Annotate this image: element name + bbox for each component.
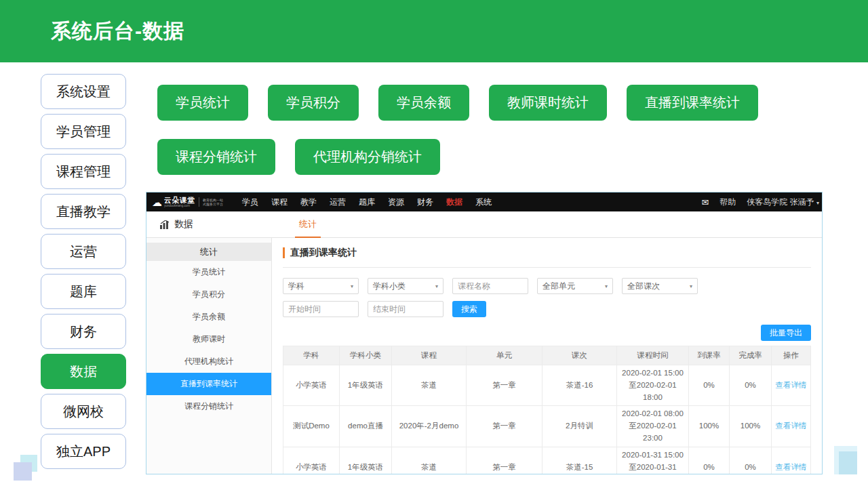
- student-points-button[interactable]: 学员积分: [268, 85, 359, 121]
- cloud-logo-icon: ☁: [152, 197, 162, 207]
- column-header: 到课率: [689, 346, 730, 365]
- subject-sub-select[interactable]: 学科小类 ▾: [368, 278, 443, 294]
- batch-export-button[interactable]: 批量导出: [761, 325, 811, 341]
- filter-row-2: 搜索: [283, 301, 811, 317]
- logo-tagline: 教育机构一站 式服务云平台: [203, 198, 223, 207]
- chevron-down-icon: ▾: [816, 200, 819, 206]
- tab-statistics[interactable]: 统计: [295, 211, 321, 238]
- end-time-field[interactable]: [368, 301, 443, 317]
- page-title: 系统后台-数据: [0, 0, 868, 62]
- end-time-input[interactable]: [373, 304, 438, 314]
- search-button[interactable]: 搜索: [452, 301, 486, 317]
- table-cell: 测试Demo: [283, 406, 340, 447]
- column-header: 操作: [772, 346, 811, 365]
- table-row: 小学英语1年级英语茶道第一章茶道-152020-01-31 15:00至2020…: [283, 447, 811, 474]
- admin-topnav: ☁ 云朵课堂 yunduoketang.com 教育机构一站 式服务云平台 学员…: [146, 192, 822, 211]
- admin-subnav: 数据 统计: [146, 211, 822, 238]
- panel-item-student-points[interactable]: 学员积分: [146, 283, 271, 306]
- column-header: 课程时间: [617, 346, 689, 365]
- sidebar-item-course-mgmt[interactable]: 课程管理: [41, 154, 126, 189]
- live-attendance-stats-button[interactable]: 直播到课率统计: [627, 85, 758, 121]
- admin-screenshot: ☁ 云朵课堂 yunduoketang.com 教育机构一站 式服务云平台 学员…: [146, 192, 823, 474]
- nav-item-operations[interactable]: 运营: [330, 197, 346, 208]
- teacher-hours-stats-button[interactable]: 教师课时统计: [489, 85, 607, 121]
- nav-item-system[interactable]: 系统: [475, 197, 492, 208]
- table-cell: 100%: [689, 406, 730, 447]
- table-cell: 2月特训: [542, 406, 617, 447]
- view-detail-link[interactable]: 查看详情: [772, 365, 811, 406]
- table-cell: 2020年-2月demo: [392, 406, 467, 447]
- table-cell: 第一章: [467, 406, 542, 447]
- table-row: 小学英语1年级英语茶道第一章茶道-162020-02-01 15:00至2020…: [283, 365, 811, 406]
- student-balance-button[interactable]: 学员余额: [378, 85, 469, 121]
- sidebar-item-question-bank[interactable]: 题库: [41, 274, 126, 309]
- filter-row-1: 学科 ▾ 学科小类 ▾ 全部单元 ▾ 全部课次 ▾: [283, 278, 811, 294]
- nav-item-students[interactable]: 学员: [242, 197, 258, 208]
- table-cell: 茶道-15: [542, 447, 617, 474]
- chevron-down-icon: ▾: [435, 283, 438, 289]
- table-cell: 2020-02-01 15:00至2020-02-01 18:00: [617, 365, 689, 406]
- table-cell: 1年级英语: [340, 365, 392, 406]
- sidebar-item-micro-school[interactable]: 微网校: [41, 394, 126, 429]
- sidebar-item-data[interactable]: 数据: [41, 354, 126, 389]
- table-row: 测试Demodemo直播2020年-2月demo第一章2月特训2020-02-0…: [283, 406, 811, 447]
- nav-item-question-bank[interactable]: 题库: [359, 197, 375, 208]
- panel-item-course-distribution[interactable]: 课程分销统计: [146, 395, 271, 418]
- sidebar: 系统设置 学员管理 课程管理 直播教学 运营 题库 财务 数据 微网校 独立AP…: [41, 74, 126, 469]
- nav-item-finance[interactable]: 财务: [417, 197, 433, 208]
- lesson-select[interactable]: 全部课次 ▾: [622, 278, 698, 294]
- mail-icon[interactable]: ✉: [701, 197, 709, 207]
- column-header: 学科小类: [340, 346, 392, 365]
- table-cell: 小学英语: [283, 447, 340, 474]
- table-cell: 第一章: [467, 365, 542, 406]
- nav-item-data[interactable]: 数据: [446, 197, 462, 208]
- logo: ☁ 云朵课堂 yunduoketang.com 教育机构一站 式服务云平台: [146, 197, 230, 207]
- agency-distribution-stats-button[interactable]: 代理机构分销统计: [295, 139, 440, 175]
- sidebar-item-system-settings[interactable]: 系统设置: [41, 74, 126, 109]
- unit-select[interactable]: 全部单元 ▾: [537, 278, 613, 294]
- report-title: 直播到课率统计: [290, 247, 357, 259]
- table-cell: 小学英语: [283, 365, 340, 406]
- column-header: 课程: [392, 346, 467, 365]
- table-cell: 茶道: [392, 365, 467, 406]
- nav-item-courses[interactable]: 课程: [271, 197, 288, 208]
- nav-item-resources[interactable]: 资源: [388, 197, 404, 208]
- table-cell: 0%: [730, 447, 772, 474]
- chevron-down-icon: ▾: [605, 283, 608, 289]
- table-cell: 1年级英语: [340, 447, 392, 474]
- column-header: 单元: [467, 346, 542, 365]
- table-cell: 0%: [689, 447, 730, 474]
- course-name-field[interactable]: [452, 278, 528, 294]
- sidebar-item-finance[interactable]: 财务: [41, 314, 126, 349]
- sidebar-item-standalone-app[interactable]: 独立APP: [41, 434, 126, 469]
- table-cell: 茶道: [392, 447, 467, 474]
- account-menu[interactable]: 侠客岛学院 张涵予 ▾: [747, 197, 819, 208]
- panel-item-student-stats[interactable]: 学员统计: [146, 261, 271, 283]
- column-header: 课次: [542, 346, 617, 365]
- stats-panel: 统计 学员统计 学员积分 学员余额 教师课时 代理机构统计 直播到课率统计 课程…: [146, 238, 272, 474]
- column-header: 完成率: [730, 346, 772, 365]
- course-distribution-stats-button[interactable]: 课程分销统计: [157, 139, 275, 175]
- view-detail-link[interactable]: 查看详情: [772, 406, 811, 447]
- chevron-down-icon: ▾: [690, 283, 692, 289]
- nav-item-teaching[interactable]: 教学: [300, 197, 317, 208]
- subject-select[interactable]: 学科 ▾: [283, 278, 359, 294]
- view-detail-link[interactable]: 查看详情: [772, 447, 811, 474]
- student-stats-button[interactable]: 学员统计: [157, 85, 248, 121]
- sidebar-item-operations[interactable]: 运营: [41, 234, 126, 269]
- panel-item-student-balance[interactable]: 学员余额: [146, 306, 271, 328]
- course-name-input[interactable]: [458, 281, 523, 291]
- quick-buttons: 学员统计 学员积分 学员余额 教师课时统计 直播到课率统计 课程分销统计 代理机…: [157, 85, 822, 193]
- section-label: 数据: [146, 218, 193, 230]
- panel-item-teacher-hours[interactable]: 教师课时: [146, 328, 271, 350]
- start-time-field[interactable]: [283, 301, 359, 317]
- start-time-input[interactable]: [288, 304, 353, 314]
- sidebar-item-live-teaching[interactable]: 直播教学: [41, 194, 126, 229]
- help-link[interactable]: 帮助: [719, 197, 736, 208]
- decor-square-lavender: [14, 462, 32, 481]
- title-accent-bar: [283, 247, 285, 258]
- panel-item-agency-stats[interactable]: 代理机构统计: [146, 350, 271, 373]
- report-title-row: 直播到课率统计: [283, 247, 811, 268]
- sidebar-item-student-mgmt[interactable]: 学员管理: [41, 114, 126, 149]
- panel-item-live-attendance[interactable]: 直播到课率统计: [146, 373, 271, 395]
